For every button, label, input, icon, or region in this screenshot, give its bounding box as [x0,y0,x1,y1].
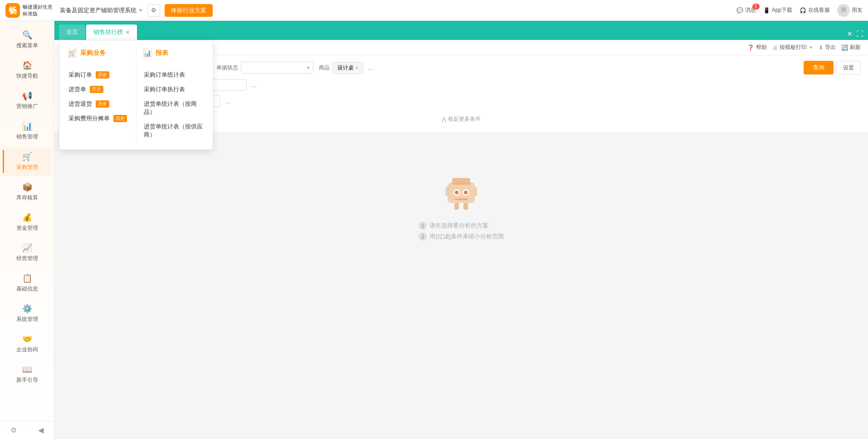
dropdown-item-inbound-supplier[interactable]: 进货单统计表（按供应商） [142,119,206,142]
tab-bar: 首页 销售排行榜 ✕ ✕ ⛶ [54,21,868,40]
sidebar-item-quicknav[interactable]: 🏠 快捷导航 [3,56,51,84]
dropdown-menu: 🛒 采购业务 采购订单 历史 进货单 历史 进货退货 历史 采购费用分摊单 历史 [59,40,213,150]
sidebar-item-inventory[interactable]: 📦 库存核算 [3,178,51,206]
help-btn[interactable]: ❓ 帮助 [747,44,767,51]
chevron-down-icon: ▼ [138,8,143,13]
sidebar-item-search[interactable]: 🔍 搜索菜单 [3,25,51,54]
sidebar-item-system[interactable]: ⚙️ 系统管理 [3,299,51,328]
tab-sales-rank-label: 销售排行榜 [93,28,123,36]
basic-icon: 📋 [22,273,32,283]
purchase-col: 🛒 采购业务 采购订单 历史 进货单 历史 进货退货 历史 采购费用分摊单 历史 [67,48,131,142]
header-middle: 装备及固定资产辅助管理系统 ▼ ⚙ 体验行业方案 [60,4,736,17]
salesperson-dots-btn[interactable]: ... [249,81,258,89]
set-button[interactable]: 设置 [836,61,861,74]
tab-sales-rank[interactable]: 销售排行榜 ✕ [86,25,137,40]
dropdown-item-purchase-order[interactable]: 采购订单 历史 [67,68,131,82]
purchase-icon: 🛒 [22,152,32,162]
settings-button[interactable]: ⚙ [147,4,160,17]
dropdown-item-purchase-cost[interactable]: 采购费用分摊单 历史 [67,111,131,126]
sidebar-item-label: 系统管理 [16,316,38,323]
print-btn[interactable]: 🖨 按模板打印 ▼ [772,44,813,51]
settings-bottom-btn[interactable]: ⚙ [10,426,17,434]
goods-tag-close[interactable]: × [356,65,358,70]
print-chevron-icon: ▼ [809,45,813,50]
sidebar-item-label: 快捷导航 [16,72,38,80]
doc-status-select[interactable] [241,62,313,74]
tip-num-2: 2 [419,232,427,241]
tab-home[interactable]: 首页 [59,25,85,40]
history-badge: 历史 [96,100,109,108]
online-service-btn[interactable]: 🎧 在线客服 [800,6,830,14]
dropdown-item-label: 采购费用分摊单 [68,114,110,123]
search-icon: 🔍 [22,30,32,40]
sidebar-item-label: 基础信息 [16,285,38,293]
sidebar-item-marketing[interactable]: 📢 营销推广 [3,86,51,115]
collapse-label: 收起更多条件 [448,115,481,123]
industry-btn[interactable]: 体验行业方案 [165,4,213,17]
dropdown-item-order-stat[interactable]: 采购订单统计表 [142,68,206,82]
purchase-col-title: 采购业务 [80,49,106,57]
app-download-btn[interactable]: 📱 App下载 [763,6,792,14]
report-col: 📊 报表 采购订单统计表 采购订单执行表 进货单统计表（按商品） 进货单统计表（… [142,48,206,142]
sidebar-bottom: ⚙ ◀ [0,421,54,439]
svg-rect-10 [463,203,468,210]
tip-num-1: 1 [419,222,427,230]
logo-icon: 畅 [5,3,20,18]
dropdown-item-order-exec[interactable]: 采购订单执行表 [142,82,206,97]
goods-label: 商品 [319,64,330,72]
goods-tag: 设计桌 × [332,62,363,74]
sidebar-item-purchase[interactable]: 🛒 采购管理 [3,147,51,176]
sidebar-item-basic[interactable]: 📋 基础信息 [3,269,51,297]
message-badge: 5 [752,4,760,10]
message-btn[interactable]: 💬 消息 5 [736,6,756,14]
sidebar-item-label: 营销推广 [16,103,38,110]
sidebar-item-finance[interactable]: 💰 资金管理 [3,208,51,237]
tab-close-icon[interactable]: ✕ [126,30,130,35]
sidebar-item-sales[interactable]: 📊 销售管理 [3,117,51,145]
purchase-col-icon: 🛒 [67,48,78,59]
sidebar-item-operation[interactable]: 📈 经营管理 [3,238,51,267]
dropdown-item-purchase-inbound[interactable]: 进货单 历史 [67,82,131,97]
app-download-label: App下载 [772,6,792,14]
query-button[interactable]: 查询 [804,61,834,74]
empty-tip-1: 1 请先选择要分析的方案 [419,222,503,230]
phone-icon: 📱 [763,7,770,14]
empty-state: 1 请先选择要分析的方案 2 用[过滤]条件来缩小分析范围 [54,133,868,277]
sidebar-item-guide[interactable]: 📖 新手引导 [3,360,51,389]
refresh-btn[interactable]: 🔄 刷新 [841,44,861,51]
goods-dots-btn[interactable]: ... [366,64,375,71]
system-name-text: 装备及固定资产辅助管理系统 [60,6,137,15]
system-name-btn[interactable]: 装备及固定资产辅助管理系统 ▼ [60,6,143,15]
user-btn[interactable]: 用 用友 [837,4,863,17]
tab-expand-icon[interactable]: ⛶ [856,30,863,38]
dropdown-cols: 🛒 采购业务 采购订单 历史 进货单 历史 进货退货 历史 采购费用分摊单 历史 [67,48,205,142]
user-label: 用友 [852,6,863,14]
sidebar-item-collab[interactable]: 🤝 企业协同 [3,330,51,358]
help-label: 帮助 [756,44,767,51]
tab-close-all-icon[interactable]: ✕ [847,30,853,38]
goods-tag-value: 设计桌 [337,64,354,72]
sidebar: 🔍 搜索菜单 🏠 快捷导航 📢 营销推广 📊 销售管理 🛒 采购管理 📦 库存核… [0,21,54,439]
tip-text-2: 用[过滤]条件来缩小分析范围 [429,232,503,241]
dropdown-item-purchase-return[interactable]: 进货退货 历史 [67,97,131,111]
print-icon: 🖨 [772,44,778,51]
sidebar-item-label: 经营管理 [16,255,38,262]
dropdown-item-inbound-goods[interactable]: 进货单统计表（按商品） [142,97,206,119]
dropdown-item-label: 进货单 [68,85,86,94]
customer-dots-btn[interactable]: ... [223,98,232,105]
collapse-btn[interactable]: ⋀ 收起更多条件 [442,115,481,123]
sidebar-item-label: 销售管理 [16,133,38,141]
tab-bar-actions: ✕ ⛶ [847,30,863,40]
dropdown-divider [136,48,137,142]
home-icon: 🏠 [22,60,32,70]
history-badge: 历史 [90,86,103,93]
export-icon: ⬇ [819,44,823,51]
operation-icon: 📈 [22,243,32,253]
sidebar-item-label: 新手引导 [16,376,38,384]
collab-icon: 🤝 [22,334,32,344]
tab-home-label: 首页 [66,28,78,36]
collapse-sidebar-btn[interactable]: ◀ [38,426,44,434]
help-icon: ❓ [747,44,754,51]
export-btn[interactable]: ⬇ 导出 [819,44,836,51]
goods-filter-group: 商品 设计桌 × ... [319,62,375,74]
